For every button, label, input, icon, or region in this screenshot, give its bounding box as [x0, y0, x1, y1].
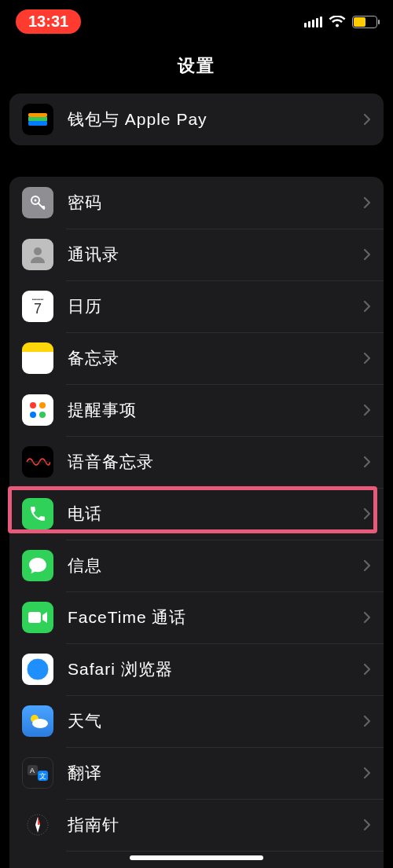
reminders-icon	[22, 394, 53, 426]
page-title: 设置	[0, 43, 393, 93]
safari-icon	[22, 654, 53, 685]
weather-icon	[22, 705, 53, 737]
settings-group: 密码 通讯录 •••••••7 日历 备忘录 提醒事项 语音备忘录	[9, 177, 384, 868]
chevron-right-icon	[363, 819, 371, 831]
chevron-right-icon	[363, 300, 371, 313]
row-label: 通讯录	[68, 244, 363, 266]
row-label: FaceTime 通话	[68, 606, 363, 628]
row-facetime[interactable]: FaceTime 通话	[9, 591, 384, 643]
row-label: 语音备忘录	[68, 451, 363, 473]
wallet-icon	[22, 104, 53, 135]
row-label: 备忘录	[68, 347, 363, 369]
row-wallet[interactable]: 钱包与 Apple Pay	[9, 93, 384, 145]
home-indicator[interactable]	[130, 855, 263, 860]
row-contacts[interactable]: 通讯录	[9, 229, 384, 280]
chevron-right-icon	[363, 248, 371, 261]
voicememo-icon	[22, 446, 53, 478]
row-label: 指南针	[68, 814, 363, 836]
row-label: 电话	[68, 503, 363, 525]
svg-point-8	[39, 402, 46, 408]
svg-point-7	[30, 402, 36, 408]
chevron-right-icon	[363, 404, 371, 416]
row-label: 提醒事项	[68, 399, 363, 421]
chevron-right-icon	[363, 456, 371, 468]
chevron-right-icon	[363, 559, 371, 572]
svg-point-16	[32, 719, 48, 728]
key-icon	[22, 187, 53, 218]
compass-icon	[22, 809, 53, 841]
notes-icon	[22, 342, 53, 374]
facetime-icon	[22, 602, 53, 633]
settings-group: 钱包与 Apple Pay	[9, 93, 384, 145]
row-weather[interactable]: 天气	[9, 695, 384, 747]
row-translate[interactable]: A文 翻译	[9, 747, 384, 799]
svg-point-10	[39, 412, 46, 418]
svg-text:文: 文	[39, 772, 46, 780]
row-label: 密码	[68, 192, 363, 214]
svg-text:A: A	[30, 767, 35, 775]
translate-icon: A文	[22, 757, 53, 789]
svg-point-9	[30, 412, 36, 418]
recording-time-pill[interactable]: 13:31	[16, 9, 81, 34]
row-phone[interactable]: 电话	[9, 488, 384, 540]
chevron-right-icon	[363, 113, 371, 126]
row-label: 翻译	[68, 762, 363, 784]
chevron-right-icon	[363, 352, 371, 364]
svg-point-6	[34, 247, 42, 255]
chevron-right-icon	[363, 767, 371, 779]
row-compass[interactable]: 指南针	[9, 799, 384, 851]
row-safari[interactable]: Safari 浏览器	[9, 643, 384, 695]
chevron-right-icon	[363, 507, 371, 520]
row-passwords[interactable]: 密码	[9, 177, 384, 229]
cellular-signal-icon	[304, 16, 322, 27]
calendar-icon: •••••••7	[22, 291, 53, 322]
chevron-right-icon	[363, 715, 371, 727]
battery-icon	[352, 16, 377, 28]
phone-icon	[22, 498, 53, 529]
contacts-icon	[22, 239, 53, 270]
row-reminders[interactable]: 提醒事项	[9, 384, 384, 436]
svg-point-5	[35, 200, 37, 202]
row-messages[interactable]: 信息	[9, 540, 384, 591]
row-label: 日历	[68, 295, 363, 317]
status-bar: 13:31	[0, 0, 393, 43]
svg-rect-3	[28, 121, 47, 126]
chevron-right-icon	[363, 663, 371, 676]
measure-icon	[22, 861, 53, 868]
svg-rect-1	[28, 113, 47, 117]
status-right	[304, 16, 377, 28]
svg-rect-2	[28, 117, 47, 121]
row-calendar[interactable]: •••••••7 日历	[9, 280, 384, 332]
wifi-icon	[329, 16, 346, 28]
row-label: 信息	[68, 555, 363, 577]
chevron-right-icon	[363, 196, 371, 209]
row-label: Safari 浏览器	[68, 658, 363, 680]
row-notes[interactable]: 备忘录	[9, 332, 384, 384]
row-voicememo[interactable]: 语音备忘录	[9, 436, 384, 488]
row-label: 天气	[68, 710, 363, 732]
row-label: 钱包与 Apple Pay	[68, 108, 363, 130]
chevron-right-icon	[363, 611, 371, 624]
svg-rect-12	[28, 612, 41, 623]
messages-icon	[22, 550, 53, 581]
